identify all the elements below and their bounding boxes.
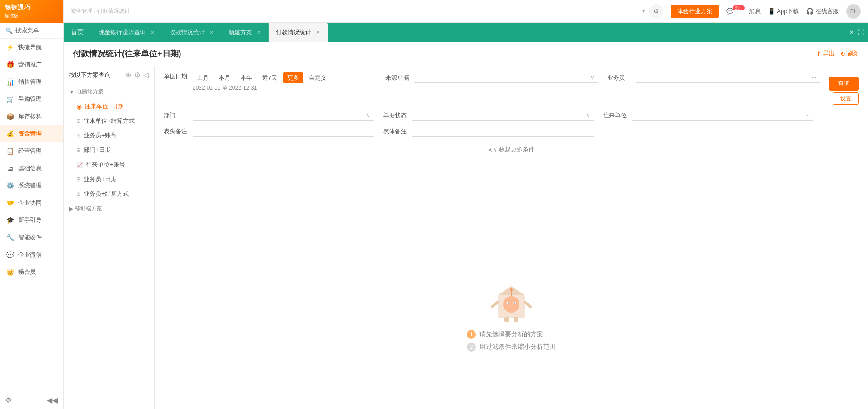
- tab-payment-stats-close[interactable]: ✕: [316, 30, 320, 35]
- messages-label: 消息: [749, 8, 761, 15]
- sidebar-item-operation[interactable]: 📋 经营管理: [0, 142, 63, 160]
- guide-icon: 🎓: [5, 217, 15, 224]
- table-body-note-input[interactable]: [412, 126, 594, 137]
- scheme-item-6[interactable]: ⊞ 业务员+结算方式: [64, 187, 154, 201]
- date-btn-custom[interactable]: 自定义: [305, 72, 331, 83]
- date-btn-more[interactable]: 更多: [283, 72, 303, 83]
- section-arrow-icon: ▼: [69, 89, 75, 95]
- sidebar-item-hardware[interactable]: 🔧 智能硬件: [0, 229, 63, 246]
- tab-receipt-stats[interactable]: 收款情况统计 ✕: [162, 23, 221, 42]
- date-btn-this-month[interactable]: 本月: [215, 72, 234, 83]
- scheme-items-desktop: ◉ 往来单位+日期 ⊞ 往来单位+结算方式 ⊞ 业务员+账号 ⊞ 部门+日期: [64, 99, 154, 201]
- scheme-item-3[interactable]: ⊞ 部门+日期: [64, 143, 154, 157]
- date-btn-last-month[interactable]: 上月: [193, 72, 213, 83]
- app-name: 畅捷通巧: [5, 4, 30, 12]
- step2-num: 2: [467, 343, 476, 352]
- collapse-more-conditions-btn[interactable]: ∧∧ 收起更多条件: [488, 146, 534, 154]
- svg-rect-9: [504, 317, 509, 322]
- maximize-window-btn[interactable]: ⛶: [858, 29, 864, 36]
- tab-payment-stats[interactable]: 付款情况统计 ✕: [269, 23, 328, 42]
- search-menu-btn[interactable]: 🔍 搜索菜单: [0, 23, 63, 39]
- sidebar-item-marketing[interactable]: 🎁 营销推广: [0, 56, 63, 73]
- tab-receipt-stats-close[interactable]: ✕: [210, 30, 214, 35]
- scheme-section-mobile[interactable]: ▶ 移动端方案: [64, 201, 154, 216]
- tab-spacer: [328, 23, 845, 42]
- collapse-sidebar-icon[interactable]: ◀◀: [47, 396, 58, 404]
- filter-panel: 单据日期 上月 本月 本年 近7天 更多 自定义 20: [155, 66, 868, 219]
- topbar-settings-btn[interactable]: ⚙: [649, 4, 663, 19]
- sidebar-item-system[interactable]: ⚙️ 系统管理: [0, 177, 63, 194]
- sidebar-item-inventory[interactable]: 📦 库存核算: [0, 108, 63, 125]
- sidebar-item-member[interactable]: 👑 畅会员: [0, 263, 63, 281]
- close-window-btn[interactable]: ✕: [849, 29, 854, 36]
- counterparty-row: 往来单位 ···: [603, 110, 813, 121]
- collapse-arrow-icon: ∧∧: [488, 146, 497, 153]
- sidebar-item-sales[interactable]: 📊 销售管理: [0, 73, 63, 91]
- date-filter-btns: 上月 本月 本年 近7天 更多 自定义: [193, 72, 376, 83]
- scheme-item-1[interactable]: ⊞ 往来单位+结算方式: [64, 114, 154, 128]
- sidebar-item-finance[interactable]: 💰 资金管理: [0, 125, 63, 142]
- scheme-item-table-icon: ⊞: [76, 191, 81, 197]
- date-btn-last-7-days[interactable]: 近7天: [258, 72, 281, 83]
- settings-footer-icon[interactable]: ⚙: [5, 396, 12, 404]
- table-header-note-input[interactable]: [193, 126, 374, 137]
- scheme-item-2[interactable]: ⊞ 业务员+账号: [64, 128, 154, 143]
- scheme-item-label: 往来单位+结算方式: [84, 117, 135, 125]
- voucher-status-select[interactable]: ∨: [412, 110, 594, 121]
- scheme-settings-btn[interactable]: ⚙: [134, 71, 140, 79]
- page-header: 付款情况统计(往来单位+日期) ⬆ 导出 ↻ 刷新: [64, 42, 868, 66]
- user-avatar[interactable]: Rit: [846, 4, 861, 19]
- scheme-item-4[interactable]: 📈 往来单位+账号: [64, 157, 154, 172]
- tab-bank-flow-close[interactable]: ✕: [150, 30, 155, 35]
- filter-settings-btn[interactable]: 设置: [833, 92, 859, 105]
- customer-service-btn[interactable]: 🎧 在线客服: [806, 7, 839, 15]
- tab-new-scheme-close[interactable]: ✕: [257, 30, 261, 35]
- sidebar-item-quick-nav[interactable]: ⚡ 快捷导航: [0, 39, 63, 56]
- scheme-item-0[interactable]: ◉ 往来单位+日期: [64, 99, 154, 114]
- table-body-note-row: 表体备注: [383, 126, 594, 137]
- salesperson-row: 业务员 ···: [607, 72, 820, 83]
- messages-badge: 99+: [733, 5, 745, 10]
- export-btn[interactable]: ⬆ 导出: [816, 50, 835, 58]
- empty-text: 1 请先选择要分析的方案 2 用过滤条件来缩小分析范围: [467, 330, 556, 352]
- counterparty-select[interactable]: ···: [632, 110, 813, 121]
- tab-new-scheme[interactable]: 新建方案 ✕: [221, 23, 269, 42]
- scheme-section-desktop[interactable]: ▼ 电脑端方案: [64, 84, 154, 99]
- sidebar-item-basic-info[interactable]: 🗂 基础信息: [0, 160, 63, 177]
- scheme-panel-header: 按以下方案查询 ⊕ ⚙ ◁: [64, 66, 154, 84]
- refresh-btn[interactable]: ↻ 刷新: [840, 50, 859, 58]
- sidebar-item-label: 销售管理: [18, 78, 42, 86]
- collapse-btn-label: 收起更多条件: [499, 146, 534, 154]
- salesperson-select[interactable]: ···: [636, 72, 820, 83]
- content-body: 按以下方案查询 ⊕ ⚙ ◁ ▼ 电脑端方案 ◉ 往来单位+日期 ⊞: [64, 66, 868, 409]
- scheme-item-5[interactable]: ⊞ 业务员+日期: [64, 172, 154, 187]
- sidebar-nav: ⚡ 快捷导航 🎁 营销推广 📊 销售管理 🛒 采购管理 📦 库存核算 💰 资金管…: [0, 39, 63, 391]
- sidebar-item-purchase[interactable]: 🛒 采购管理: [0, 91, 63, 108]
- source-voucher-select[interactable]: ∨: [414, 72, 598, 83]
- sidebar-item-wechat[interactable]: 💬 企业微信: [0, 246, 63, 263]
- hardware-icon: 🔧: [5, 234, 15, 241]
- topbar-breadcrumb: 资金管理 / 付款情况统计: [71, 7, 635, 15]
- messages-btn[interactable]: 💬 99+ 消息: [726, 7, 761, 15]
- tab-bank-flow[interactable]: 现金银行流水查询 ✕: [91, 23, 162, 42]
- scheme-add-btn[interactable]: ⊕: [125, 71, 131, 79]
- empty-svg-illustration: [484, 277, 539, 323]
- system-icon: ⚙️: [5, 182, 15, 189]
- source-voucher-label: 来源单据: [385, 74, 411, 82]
- query-btn[interactable]: 查询: [829, 77, 859, 91]
- sidebar-item-enterprise[interactable]: 🤝 企业协同: [0, 194, 63, 212]
- app-download-label: App下载: [777, 8, 799, 15]
- trial-industry-btn[interactable]: 体验行业方案: [671, 5, 719, 18]
- sidebar-item-guide[interactable]: 🎓 新手引导: [0, 212, 63, 229]
- scheme-collapse-btn[interactable]: ◁: [143, 71, 149, 79]
- department-select[interactable]: ∨: [193, 110, 374, 121]
- scheme-item-label: 部门+日期: [84, 146, 111, 154]
- basic-info-icon: 🗂: [5, 165, 15, 172]
- date-btn-this-year[interactable]: 本年: [236, 72, 256, 83]
- tab-home[interactable]: 首页: [64, 23, 91, 42]
- app-download-btn[interactable]: 📱 App下载: [768, 7, 799, 15]
- refresh-icon: ↻: [840, 50, 845, 57]
- breadcrumb-text: 资金管理 / 付款情况统计: [71, 7, 130, 15]
- sidebar-item-label: 系统管理: [18, 182, 42, 190]
- dropdown-arrow-icon[interactable]: ▾: [642, 8, 645, 15]
